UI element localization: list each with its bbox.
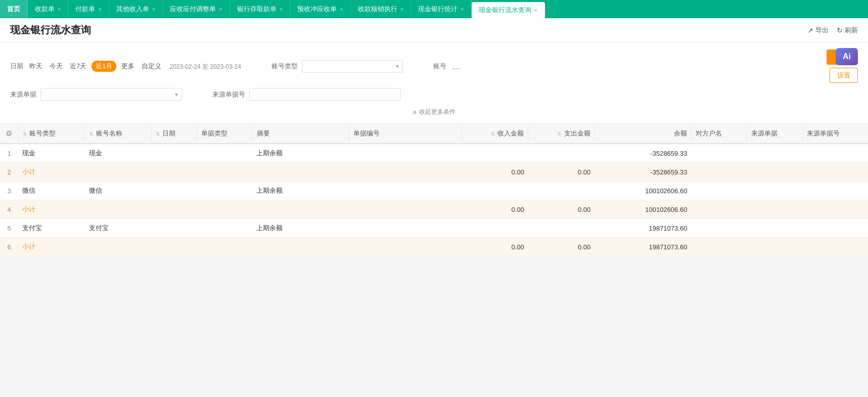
- nav-bank-deposit[interactable]: 银行存取款单 ×: [230, 0, 290, 18]
- date-1month[interactable]: 近1月: [92, 61, 116, 72]
- account-type-select-wrapper: [302, 60, 403, 73]
- nav-bank-deposit-close[interactable]: ×: [280, 6, 283, 12]
- th-doc-type: 单据类型: [197, 124, 252, 144]
- td-income: [462, 144, 528, 163]
- account-type-select[interactable]: [302, 60, 403, 73]
- export-button[interactable]: ↗ 导出: [807, 26, 829, 35]
- nav-other-income-close[interactable]: ×: [152, 6, 155, 12]
- date-label: 日期: [10, 62, 23, 71]
- td-account-name: [85, 238, 152, 256]
- td-source-doc-no: [802, 219, 868, 238]
- td-source-doc: [747, 163, 802, 182]
- nav-other-income[interactable]: 其他收入单 ×: [109, 0, 163, 18]
- td-expense: 0.00: [528, 238, 595, 256]
- nav-receipt[interactable]: 收款单 ×: [28, 0, 68, 18]
- td-source-doc-no: [802, 144, 868, 163]
- td-summary: 上期余额: [252, 219, 349, 238]
- td-source-doc: [747, 182, 802, 200]
- settings-button[interactable]: 设置: [830, 68, 858, 83]
- td-summary: [252, 163, 349, 182]
- col-income-label: 收入金额: [497, 129, 524, 137]
- nav-payment-close[interactable]: ×: [98, 6, 101, 12]
- date-custom[interactable]: 自定义: [140, 61, 163, 72]
- nav-home[interactable]: 首页: [0, 0, 28, 18]
- td-account-name: 微信: [85, 182, 152, 200]
- date-7days[interactable]: 近7天: [68, 61, 88, 72]
- td-counterpart: [691, 163, 747, 182]
- ai-badge[interactable]: Ai: [836, 48, 858, 65]
- date-more[interactable]: 更多: [119, 61, 136, 72]
- td-summary: [252, 200, 349, 219]
- td-source-doc-no: [802, 182, 868, 200]
- gear-icon: ⚙: [6, 129, 12, 138]
- td-income: 0.00: [462, 163, 528, 182]
- td-source-doc: [747, 144, 802, 163]
- account-dots[interactable]: ...: [450, 61, 462, 72]
- collapse-icon: ∧: [413, 109, 417, 116]
- nav-collect-execute[interactable]: 收款核销执行 ×: [351, 0, 411, 18]
- th-expense[interactable]: ⇅ 支出金额: [528, 124, 595, 144]
- nav-adjustment-close[interactable]: ×: [219, 6, 222, 12]
- td-counterpart: [691, 238, 747, 256]
- td-source-doc: [747, 219, 802, 238]
- td-source-doc: [747, 238, 802, 256]
- nav-cash-bank-flow-close[interactable]: ×: [534, 7, 537, 13]
- td-balance: 19871073.60: [595, 219, 691, 238]
- main-table: ⚙ ⇅ 账号类型 ⇅ 账号名称 ⇅ 日期 单据类型 摘要: [0, 124, 868, 256]
- table-container: ⚙ ⇅ 账号类型 ⇅ 账号名称 ⇅ 日期 单据类型 摘要: [0, 124, 868, 256]
- td-account-name: 支付宝: [85, 219, 152, 238]
- th-gear[interactable]: ⚙: [0, 124, 18, 144]
- td-doc-no: [349, 219, 462, 238]
- col-date-label: 日期: [162, 129, 175, 137]
- nav-home-label: 首页: [7, 5, 20, 14]
- col-summary-label: 摘要: [257, 129, 270, 137]
- col-doc-no-label: 单据编号: [353, 129, 380, 137]
- source-doc-no-input[interactable]: [249, 88, 401, 101]
- source-doc-label: 来源单据: [10, 90, 36, 99]
- nav-cash-bank-stat-close[interactable]: ×: [461, 6, 464, 12]
- th-date[interactable]: ⇅ 日期: [151, 124, 197, 144]
- nav-adjustment[interactable]: 应收应付调整单 ×: [163, 0, 230, 18]
- header-row: ⚙ ⇅ 账号类型 ⇅ 账号名称 ⇅ 日期 单据类型 摘要: [0, 124, 868, 144]
- th-income[interactable]: ⇅ 收入金额: [462, 124, 528, 144]
- date-today[interactable]: 今天: [48, 61, 65, 72]
- nav-advance-offset-close[interactable]: ×: [340, 6, 343, 12]
- td-doc-no: [349, 163, 462, 182]
- source-doc-select-wrapper: [40, 88, 182, 101]
- td-expense: 0.00: [528, 163, 595, 182]
- date-yesterday[interactable]: 昨天: [27, 61, 44, 72]
- table-row: 5支付宝支付宝上期余额19871073.60: [0, 219, 868, 238]
- nav-cash-bank-flow[interactable]: 现金银行流水查询 ×: [472, 2, 545, 18]
- td-date: [151, 238, 197, 256]
- sort-icon-expense: ⇅: [557, 131, 561, 137]
- td-doc-type: [197, 238, 252, 256]
- table-row: 1现金现金上期余额-3528659.33: [0, 144, 868, 163]
- th-account-name[interactable]: ⇅ 账号名称: [85, 124, 152, 144]
- nav-payment[interactable]: 付款单 ×: [68, 0, 109, 18]
- nav-cash-bank-stat[interactable]: 现金银行统计 ×: [411, 0, 471, 18]
- td-date: [151, 144, 197, 163]
- td-source-doc-no: [802, 163, 868, 182]
- nav-cash-bank-flow-label: 现金银行流水查询: [479, 6, 531, 15]
- td-income: 0.00: [462, 238, 528, 256]
- sort-icon-date: ⇅: [156, 131, 160, 137]
- td-date: [151, 182, 197, 200]
- col-balance-label: 余额: [674, 129, 687, 137]
- nav-collect-execute-label: 收款核销执行: [358, 5, 397, 14]
- nav-receipt-close[interactable]: ×: [58, 6, 61, 12]
- table-row: 2小计0.000.00-3528659.33: [0, 163, 868, 182]
- date-shortcuts: 昨天 今天 近7天 近1月 更多 自定义: [27, 61, 163, 72]
- source-doc-select[interactable]: [40, 88, 182, 101]
- refresh-button[interactable]: ↻ 刷新: [837, 26, 858, 35]
- nav-collect-execute-close[interactable]: ×: [400, 6, 403, 12]
- td-doc-type: [197, 163, 252, 182]
- nav-advance-offset[interactable]: 预收冲应收单 ×: [290, 0, 350, 18]
- td-summary: 上期余额: [252, 144, 349, 163]
- col-expense-label: 支出金额: [564, 129, 590, 137]
- th-account-type[interactable]: ⇅ 账号类型: [18, 124, 85, 144]
- td-expense: [528, 219, 595, 238]
- td-balance: -3528659.33: [595, 144, 691, 163]
- td-summary: 上期余额: [252, 182, 349, 200]
- th-counterpart: 对方户名: [691, 124, 747, 144]
- collapse-bar[interactable]: ∧ 收起更多条件: [10, 106, 858, 119]
